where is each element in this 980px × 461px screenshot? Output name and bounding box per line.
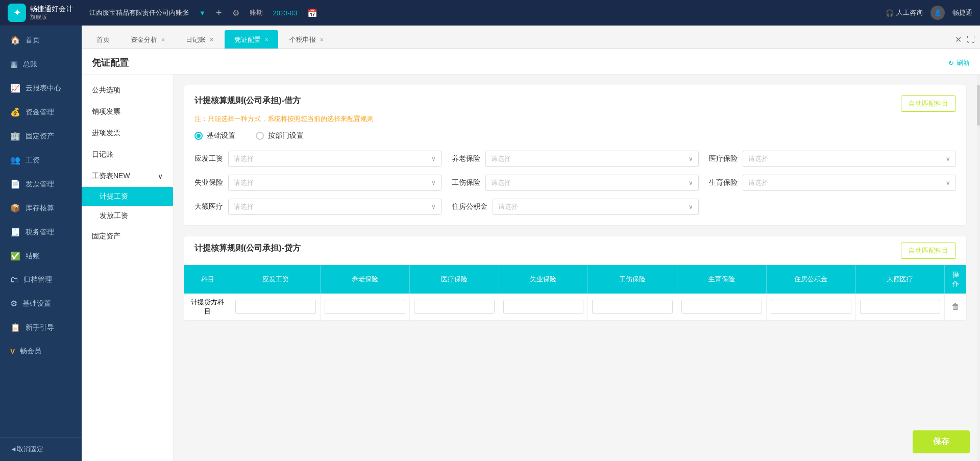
tab-home[interactable]: 首页 [87, 30, 119, 48]
maximize-button[interactable]: ⛶ [967, 35, 975, 44]
tab-tax-label: 个税申报 [289, 35, 316, 44]
col-large-medical: 大额医疗 [855, 265, 945, 294]
tab-diary-label: 日记账 [186, 35, 206, 44]
chevron-down-icon: ∨ [431, 155, 436, 162]
menu-item-sales-invoice[interactable]: 销项发票 [82, 101, 173, 123]
tab-capital-analysis[interactable]: 资金分析 × [121, 30, 175, 48]
sidebar-item-inventory[interactable]: 📦 库存核算 [0, 196, 82, 220]
sidebar-item-ledger[interactable]: ▦ 总账 [0, 52, 82, 76]
field-birth-select[interactable]: 请选择 ∨ [743, 175, 956, 191]
table-row: 计提贷方科目 🗑 [184, 294, 966, 321]
radio-department-setting[interactable]: 按部门设置 [256, 131, 304, 140]
row-unemployment-input[interactable] [503, 300, 584, 314]
radio-group-debit: 基础设置 按部门设置 [194, 131, 956, 140]
menu-sub-accrue-salary[interactable]: 计提工资 [82, 187, 173, 206]
left-menu: 公共选项 销项发票 进项发票 日记账 工资表NEW ∨ 计提工资 发放工资 固定… [82, 75, 174, 461]
field-large-medical-select[interactable]: 请选择 ∨ [228, 199, 442, 215]
invoices-icon: 📄 [10, 179, 20, 189]
logo-icon: ✦ [8, 4, 26, 22]
refresh-label: 刷新 [957, 58, 970, 67]
period-value[interactable]: 2023-03 [273, 9, 298, 17]
row-birth-input[interactable] [681, 300, 762, 314]
period-label: 账期 [250, 8, 263, 17]
company-dropdown[interactable]: ▼ [199, 9, 206, 17]
row-should-pay-input[interactable] [235, 300, 316, 314]
row-unemployment-input-cell [499, 294, 588, 321]
sidebar-label-salary: 工资 [26, 156, 40, 165]
field-pension-select[interactable]: 请选择 ∨ [485, 151, 699, 167]
tab-tax-close[interactable]: × [320, 36, 324, 43]
tab-tax-report[interactable]: 个税申报 × [280, 30, 333, 48]
refresh-button[interactable]: ↻ 刷新 [948, 58, 970, 67]
credit-auto-match-button[interactable]: 自动匹配科目 [901, 242, 956, 259]
row-housing-input[interactable] [771, 300, 851, 314]
field-medical-label: 医疗保险 [709, 154, 738, 163]
row-pension-input[interactable] [325, 300, 405, 314]
col-medical: 医疗保险 [409, 265, 499, 294]
debit-auto-match-button[interactable]: 自动匹配科目 [901, 95, 956, 112]
field-unemployment-select[interactable]: 请选择 ∨ [228, 175, 442, 191]
sidebar-item-invoices[interactable]: 📄 发票管理 [0, 172, 82, 196]
close-tab-button[interactable]: ✕ [955, 35, 962, 44]
chevron-down-icon: ∨ [946, 179, 950, 186]
row-injury-input-cell [588, 294, 677, 321]
credit-section: 计提核算规则(公司承担)-贷方 自动匹配科目 科目 应发工资 养老保险 医疗保险… [184, 236, 967, 321]
sidebar-item-archive[interactable]: 🗂 归档管理 [0, 268, 82, 292]
checkout-icon: ✅ [10, 251, 20, 261]
tab-voucher-label: 凭证配置 [234, 35, 261, 44]
row-injury-input[interactable] [592, 300, 673, 314]
menu-item-public[interactable]: 公共选项 [82, 80, 173, 101]
radio-dept-label: 按部门设置 [268, 131, 304, 140]
radio-basic-circle [194, 132, 203, 140]
tab-diary[interactable]: 日记账 × [176, 30, 223, 48]
menu-group-salary-sheet[interactable]: 工资表NEW ∨ [82, 165, 173, 187]
radio-basic-setting[interactable]: 基础设置 [194, 131, 235, 140]
tab-diary-close[interactable]: × [210, 36, 213, 43]
calendar-icon[interactable]: 📅 [307, 8, 317, 18]
field-medical-select[interactable]: 请选择 ∨ [743, 151, 956, 167]
tab-capital-label: 资金分析 [131, 35, 157, 44]
sidebar-item-funds[interactable]: 💰 资金管理 [0, 100, 82, 124]
debit-section-note: 注：只能选择一种方式，系统将按照您当前的选择来配置规则 [194, 114, 956, 124]
funds-icon: 💰 [10, 107, 20, 117]
sidebar-item-settings[interactable]: ⚙ 基础设置 [0, 292, 82, 316]
field-should-pay-select[interactable]: 请选择 ∨ [228, 151, 442, 167]
sidebar-item-home[interactable]: 🏠 首页 [0, 28, 82, 52]
field-injury-select[interactable]: 请选择 ∨ [485, 175, 699, 191]
user-name[interactable]: 畅捷通 [952, 8, 972, 17]
sidebar-item-member[interactable]: V 畅会员 [0, 339, 82, 363]
tab-capital-close[interactable]: × [161, 36, 165, 43]
company-name: 江西服宝精品有限责任公司内账张 [89, 8, 189, 17]
menu-item-diary[interactable]: 日记账 [82, 144, 173, 165]
menu-sub-pay-salary[interactable]: 发放工资 [82, 206, 173, 226]
chevron-down-icon: ∨ [431, 203, 436, 210]
col-should-pay: 应发工资 [231, 265, 321, 294]
tab-voucher-close[interactable]: × [265, 36, 268, 43]
service-button[interactable]: 🎧 人工咨询 [886, 8, 923, 17]
delete-row-button[interactable]: 🗑 [951, 302, 960, 311]
page-title: 凭证配置 [92, 57, 129, 69]
cancel-pin-button[interactable]: ◄取消固定 [0, 437, 82, 461]
menu-item-fixed-assets[interactable]: 固定资产 [82, 226, 173, 247]
new-badge: NEW [113, 172, 130, 180]
field-housing-fund-select[interactable]: 请选择 ∨ [493, 199, 699, 215]
row-medical-input[interactable] [414, 300, 495, 314]
row-large-medical-input[interactable] [860, 300, 941, 314]
sidebar-item-salary[interactable]: 👥 工资 [0, 148, 82, 172]
menu-item-purchase-invoice[interactable]: 进项发票 [82, 123, 173, 144]
sidebar-item-assets[interactable]: 🏢 固定资产 [0, 124, 82, 148]
chevron-down-icon: ∨ [946, 155, 950, 162]
avatar: 👤 [930, 6, 945, 20]
tab-bar: 首页 资金分析 × 日记账 × 凭证配置 × 个税申报 × ✕ ⛶ [82, 26, 980, 49]
sidebar-item-checkout[interactable]: ✅ 结账 [0, 244, 82, 268]
right-scrollbar[interactable] [977, 75, 980, 461]
sidebar-item-guide[interactable]: 📋 新手引导 [0, 316, 82, 339]
add-button[interactable]: + [216, 7, 222, 19]
gear-icon[interactable]: ⚙ [232, 8, 239, 18]
tab-voucher-config[interactable]: 凭证配置 × [225, 30, 278, 48]
app-logo: ✦ 畅捷通好会计 旗舰版 [8, 4, 84, 22]
sidebar-label-invoices: 发票管理 [26, 180, 54, 189]
sidebar-item-tax[interactable]: 🧾 税务管理 [0, 220, 82, 244]
sidebar-item-reports[interactable]: 📈 云报表中心 [0, 76, 82, 100]
save-button[interactable]: 保存 [913, 430, 970, 453]
